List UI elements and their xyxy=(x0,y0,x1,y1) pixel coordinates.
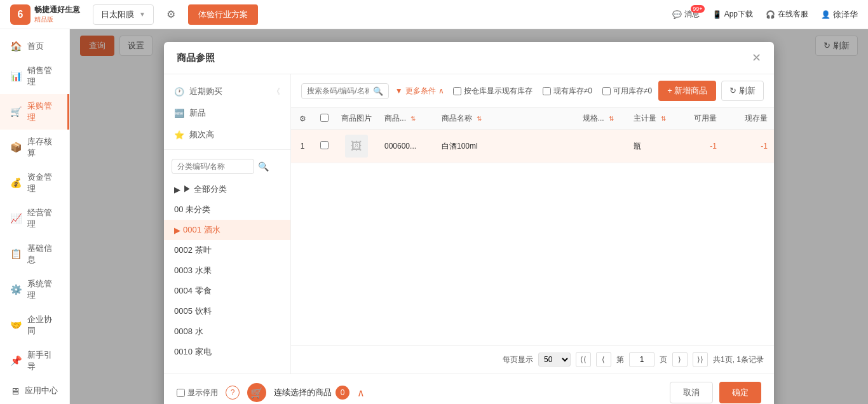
frequent-label: 频次高 xyxy=(189,129,214,140)
row-avail: -1 xyxy=(672,130,723,163)
sidebar-item-basic[interactable]: 📋 基础信息 xyxy=(0,236,69,272)
checkbox-stock-nonzero-input[interactable] xyxy=(543,87,551,95)
help-icon[interactable]: ? xyxy=(226,386,240,400)
col-header-code[interactable]: 商品... ⇅ xyxy=(378,108,435,130)
sidebar-item-system[interactable]: ⚙️ 系统管理 xyxy=(0,272,69,307)
checkbox-warehouse[interactable]: 按仓库显示现有库存 xyxy=(453,86,532,97)
sidebar-label-finance: 资金管理 xyxy=(27,172,59,194)
cat-item-1[interactable]: ▶ 0001 酒水 xyxy=(164,220,290,240)
sidebar-label-management: 经营管理 xyxy=(27,207,59,230)
col-gear[interactable]: ⚙ xyxy=(291,108,314,130)
apps-icon: 🖥 xyxy=(10,386,20,396)
sidebar-item-management[interactable]: 📈 经营管理 xyxy=(0,201,69,236)
settings-icon[interactable]: ⚙ xyxy=(161,5,180,24)
sort-unit-icon: ⇅ xyxy=(661,115,666,122)
refresh-table-button[interactable]: ↻ 刷新 xyxy=(721,81,764,101)
sidebar-item-guide[interactable]: 📌 新手引导 xyxy=(0,343,69,379)
triangle-icon: ▶ xyxy=(174,185,180,194)
search-icon-sm[interactable]: 🔍 xyxy=(258,161,269,172)
row-unit: 瓶 xyxy=(627,130,672,163)
sidebar-item-purchase[interactable]: 🛒 采购管理 xyxy=(0,94,69,130)
cart-icon[interactable]: 🛒 xyxy=(247,383,266,402)
category-search-input[interactable] xyxy=(172,159,254,174)
checkbox-stock-nonzero[interactable]: 现有库存≠0 xyxy=(543,86,592,97)
message-button[interactable]: 💬 消息 99+ xyxy=(672,9,700,20)
prev-page-button[interactable]: ⟨ xyxy=(596,352,611,367)
product-table-wrap: ⚙ 商品图片 xyxy=(291,108,774,345)
col-header-unit[interactable]: 主计量 ⇅ xyxy=(627,108,672,130)
select-all-checkbox[interactable] xyxy=(320,114,329,122)
new-products-item[interactable]: 🆕 新品 xyxy=(164,102,290,124)
sidebar-label-collab: 企业协同 xyxy=(27,314,59,337)
show-disabled-input[interactable] xyxy=(177,389,185,397)
cat-item-0[interactable]: 00 未分类 xyxy=(164,199,290,220)
show-disabled-checkbox[interactable]: 显示停用 xyxy=(177,387,218,398)
product-search-input[interactable] xyxy=(307,86,369,95)
filter-button[interactable]: ▼ 更多条件 ∧ xyxy=(395,86,444,97)
cat-item-4[interactable]: 0004 零食 xyxy=(164,281,290,301)
cancel-button[interactable]: 取消 xyxy=(670,382,713,403)
product-thumbnail: 🖼 xyxy=(345,135,368,158)
footer-left: 显示停用 xyxy=(177,387,218,398)
sidebar-item-collab[interactable]: 🤝 企业协同 xyxy=(0,307,69,343)
col-header-img: 商品图片 xyxy=(335,108,378,130)
sidebar-label-system: 系统管理 xyxy=(27,278,59,301)
collapse-icon[interactable]: 《 xyxy=(273,86,280,97)
table-body: 1 🖼 000600... 白酒100ml xyxy=(291,130,774,163)
trial-button[interactable]: 体验行业方案 xyxy=(188,4,258,25)
col-header-name[interactable]: 商品名称 ⇅ xyxy=(435,108,576,130)
sidebar-item-home[interactable]: 🏠 首页 xyxy=(0,34,69,58)
gear-col-icon[interactable]: ⚙ xyxy=(299,114,306,123)
row-checkbox[interactable] xyxy=(320,141,329,149)
modal-close-button[interactable]: ✕ xyxy=(752,51,761,65)
online-service-button[interactable]: 🎧 在线客服 xyxy=(766,9,808,20)
recent-label: 近期购买 xyxy=(189,86,222,97)
app-download-button[interactable]: 📱 App下载 xyxy=(712,9,753,20)
page-label2: 页 xyxy=(660,354,667,365)
sidebar-label-home: 首页 xyxy=(27,41,44,52)
modal-title: 商品参照 xyxy=(177,52,215,64)
sidebar-item-finance[interactable]: 💰 资金管理 xyxy=(0,165,69,201)
star-icon: ⭐ xyxy=(174,130,184,140)
row-num: 1 xyxy=(291,130,314,163)
sidebar-item-inventory[interactable]: 📦 库存核算 xyxy=(0,130,69,165)
cat-item-5[interactable]: 0005 饮料 xyxy=(164,301,290,321)
col-header-spec[interactable]: 规格... ⇅ xyxy=(576,108,627,130)
row-checkbox-cell[interactable] xyxy=(314,130,335,163)
frequent-item[interactable]: ⭐ 频次高 xyxy=(164,124,290,145)
sidebar-label-sales: 销售管理 xyxy=(27,65,59,88)
cat-item-2[interactable]: 0002 茶叶 xyxy=(164,240,290,260)
col-header-stock: 现存量 xyxy=(723,108,774,130)
category-list: ▶ ▶ 全部分类 00 未分类 ▶ 0001 酒水 0002 xyxy=(164,179,290,367)
table-row[interactable]: 1 🖼 000600... 白酒100ml xyxy=(291,130,774,163)
search-icon[interactable]: 🔍 xyxy=(373,86,383,96)
cart-label: 连续选择的商品 0 xyxy=(274,386,349,400)
avatar-icon: 👤 xyxy=(821,10,831,19)
recent-purchases-item[interactable]: 🕐 近期购买 《 xyxy=(164,81,290,102)
logo-area: 6 畅捷通好生意 精品版 xyxy=(10,4,80,25)
col-checkbox[interactable] xyxy=(314,108,335,130)
page-number-input[interactable] xyxy=(629,352,654,367)
cat-item-7[interactable]: 0010 家电 xyxy=(164,342,290,362)
user-profile[interactable]: 👤 徐泽华 xyxy=(821,9,858,20)
sidebar-item-sales[interactable]: 📊 销售管理 xyxy=(0,58,69,94)
next-page-button[interactable]: ⟩ xyxy=(672,352,688,367)
last-page-button[interactable]: ⟩⟩ xyxy=(693,352,708,367)
confirm-button[interactable]: 确定 xyxy=(719,382,761,403)
checkbox-avail-nonzero-input[interactable] xyxy=(602,87,611,95)
message-badge: 99+ xyxy=(691,5,704,13)
username-label: 徐泽华 xyxy=(833,9,858,20)
add-product-button[interactable]: + 新增商品 xyxy=(658,81,716,101)
checkbox-warehouse-input[interactable] xyxy=(453,87,461,95)
category-search: 🔍 xyxy=(164,154,290,179)
cart-count: 0 xyxy=(336,386,349,400)
cat-item-3[interactable]: 0003 水果 xyxy=(164,260,290,281)
nav-dropdown[interactable]: 日太阳膜 ▼ xyxy=(93,4,154,25)
cat-item-all[interactable]: ▶ ▶ 全部分类 xyxy=(164,179,290,199)
sidebar-item-apps[interactable]: 🖥 应用中心 xyxy=(0,379,69,403)
first-page-button[interactable]: ⟨⟨ xyxy=(576,352,591,367)
checkbox-avail-nonzero[interactable]: 可用库存≠0 xyxy=(602,86,652,97)
per-page-select[interactable]: 50 20 100 xyxy=(538,353,571,367)
fold-button[interactable]: ∧ xyxy=(357,387,365,399)
cat-item-6[interactable]: 0008 水 xyxy=(164,321,290,342)
